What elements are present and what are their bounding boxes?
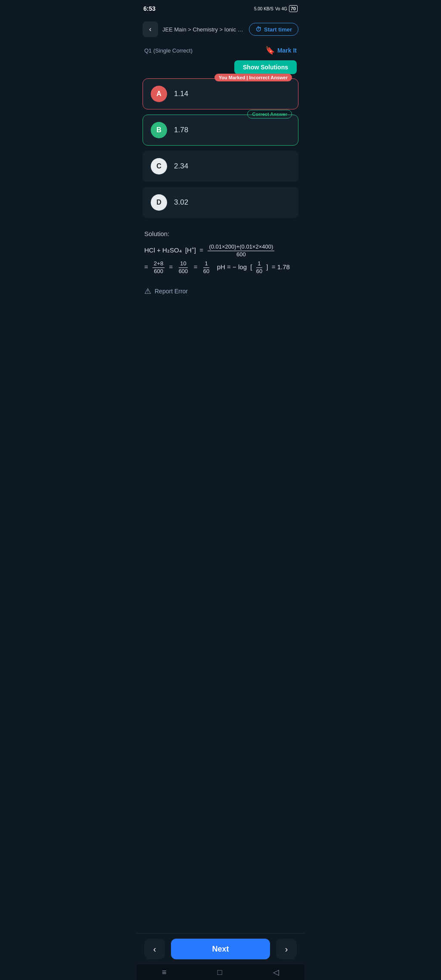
menu-icon[interactable]: ≡	[162, 968, 167, 977]
option-b-circle: B	[151, 122, 167, 138]
forward-icon: ›	[285, 944, 288, 954]
network-type: Vo 4G	[275, 6, 287, 11]
option-a-card[interactable]: You Marked | Incorrect Answer A 1.14	[143, 78, 298, 109]
nav-bar: ‹ JEE Main > Chemistry > Ionic Equilibri…	[137, 17, 304, 41]
status-time: 6:53	[143, 5, 155, 12]
fraction-4: 1 60	[202, 260, 211, 275]
timer-label: Start timer	[264, 26, 292, 33]
question-label: Q1 (Single Correct)	[144, 47, 193, 54]
status-bar: 6:53 5.00 KB/S Vo 4G 70	[137, 0, 304, 17]
option-c-circle: C	[151, 158, 167, 174]
fraction-5: 1 60	[255, 260, 264, 275]
warning-icon: ⚠	[144, 286, 151, 296]
option-d-circle: D	[151, 194, 167, 211]
fraction-1: (0.01×200)+(0.01×2×400) 600	[208, 243, 274, 258]
option-b-card[interactable]: Correct Answer B 1.78	[143, 115, 298, 146]
fraction-1-den: 600	[235, 251, 247, 258]
frac3-den: 600	[177, 268, 189, 275]
battery-indicator: 70	[289, 5, 298, 12]
show-solutions-button[interactable]: Show Solutions	[234, 60, 297, 74]
frac2-den: 600	[152, 268, 165, 275]
start-timer-button[interactable]: ⏱ Start timer	[249, 23, 298, 36]
home-icon[interactable]: □	[217, 968, 222, 977]
bookmark-icon: 🔖	[265, 46, 275, 55]
option-c-value: 2.34	[174, 162, 188, 171]
solution-math: HCl + H₂SO₄ [H+] = (0.01×200)+(0.01×2×40…	[144, 243, 297, 275]
option-a-value: 1.14	[174, 90, 188, 98]
report-error-label: Report Error	[155, 288, 188, 295]
question-header: Q1 (Single Correct) 🔖 Mark It	[137, 41, 304, 58]
back-button[interactable]: ‹	[143, 22, 158, 37]
option-c-card[interactable]: C 2.34	[143, 151, 298, 182]
option-d-value: 3.02	[174, 198, 188, 207]
fraction-2: 2+8 600	[152, 260, 165, 275]
mark-it-button[interactable]: 🔖 Mark It	[265, 46, 297, 55]
status-icons: 5.00 KB/S Vo 4G 70	[254, 5, 298, 12]
incorrect-badge: You Marked | Incorrect Answer	[214, 74, 292, 81]
report-error-button[interactable]: ⚠ Report Error	[137, 281, 304, 305]
mark-it-label: Mark It	[277, 47, 297, 54]
frac4-den: 60	[202, 268, 211, 275]
solution-title: Solution:	[144, 230, 297, 237]
correct-badge: Correct Answer	[247, 110, 292, 118]
system-back-icon[interactable]: ◁	[273, 968, 279, 977]
show-solutions-label: Show Solutions	[243, 64, 288, 71]
prev-icon: ‹	[153, 944, 156, 954]
breadcrumb: JEE Main > Chemistry > Ionic Equilibriu	[162, 26, 245, 33]
back-icon: ‹	[149, 25, 151, 33]
solution-line1: HCl + H₂SO₄ [H+] = (0.01×200)+(0.01×2×40…	[144, 243, 297, 258]
frac4-num: 1	[203, 260, 209, 268]
next-label: Next	[212, 945, 229, 953]
frac3-num: 10	[179, 260, 187, 268]
frac2-num: 2+8	[152, 260, 165, 268]
solution-line2: = 2+8 600 = 10 600 = 1 60 pH = − log [ 1…	[144, 260, 297, 275]
options-container: You Marked | Incorrect Answer A 1.14 Cor…	[137, 78, 304, 218]
prev-button[interactable]: ‹	[144, 939, 165, 959]
option-b-value: 1.78	[174, 126, 188, 134]
bottom-navigation: ‹ Next ›	[137, 933, 304, 964]
forward-button[interactable]: ›	[276, 939, 297, 959]
option-d-card[interactable]: D 3.02	[143, 187, 298, 218]
system-nav-bar: ≡ □ ◁	[137, 964, 304, 980]
option-a-circle: A	[151, 86, 167, 102]
fraction-3: 10 600	[177, 260, 189, 275]
next-button[interactable]: Next	[171, 939, 270, 959]
solution-section: Solution: HCl + H₂SO₄ [H+] = (0.01×200)+…	[137, 223, 304, 281]
timer-icon: ⏱	[255, 26, 261, 33]
network-speed: 5.00 KB/S	[254, 6, 273, 11]
